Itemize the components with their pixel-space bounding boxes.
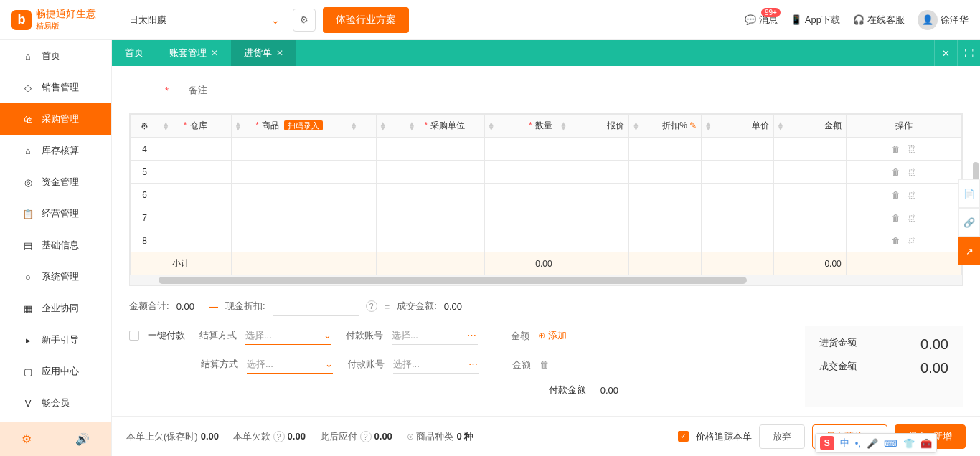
ime-toolbar[interactable]: S 中 •, 🎤 ⌨ 👕 🧰 (815, 433, 937, 453)
coop-icon: ▦ (22, 302, 34, 315)
col-gear[interactable]: ⚙ (131, 115, 159, 138)
table-row[interactable]: 6 🗑⿻ (131, 184, 962, 206)
delete-icon[interactable]: 🗑 (892, 213, 900, 223)
minus-icon: — (209, 301, 218, 312)
method-select-2[interactable]: 选择...⌄ (247, 355, 333, 374)
close-icon[interactable]: ✕ (276, 48, 283, 58)
cash-discount-input[interactable] (273, 296, 359, 316)
sidebar-item-stock[interactable]: ⌂库存核算 (0, 135, 111, 166)
sidebar-footer: ⚙ 🔊 (0, 422, 111, 456)
help-icon[interactable]: ? (273, 431, 285, 442)
method-select-1[interactable]: 选择...⌄ (245, 326, 331, 345)
col-amount[interactable]: ▲▼金额 (773, 115, 846, 138)
sidebar-item-buy[interactable]: 🛍采购管理 (0, 103, 111, 135)
col-warehouse[interactable]: ▲▼*仓库 (159, 115, 232, 138)
delete-icon[interactable]: 🗑 (892, 144, 900, 154)
scan-badge[interactable]: 扫码录入 (284, 120, 323, 130)
col-price[interactable]: ▲▼报价 (557, 115, 629, 138)
delete-icon[interactable]: 🗑 (892, 190, 900, 200)
ime-tool-icon[interactable]: 🧰 (920, 438, 932, 449)
add-payment-button[interactable]: ⊕ 添加 (538, 329, 567, 342)
col-unitprice[interactable]: ▲▼单价 (702, 115, 774, 138)
sidebar-item-coop[interactable]: ▦企业协同 (0, 293, 111, 324)
ime-mic-icon[interactable]: 🎤 (867, 438, 878, 449)
help-icon[interactable]: ? (366, 300, 377, 312)
tab-2[interactable]: 进货单✕ (231, 40, 296, 66)
settings-button[interactable]: ⚙ (293, 9, 316, 32)
float-draft-icon[interactable]: 📄 (958, 179, 980, 208)
sidebar-item-vip[interactable]: V畅会员 (0, 387, 111, 419)
account-select-1[interactable]: 选择...⋯ (392, 326, 478, 345)
copy-icon[interactable]: ⿻ (908, 167, 916, 177)
sidebar-item-sale[interactable]: ◇销售管理 (0, 72, 111, 103)
table-row[interactable]: 4 🗑⿻ (131, 138, 962, 161)
ime-skin-icon[interactable]: 👕 (903, 438, 915, 449)
delete-icon[interactable]: 🗑 (892, 167, 900, 177)
amount-input-2[interactable] (488, 359, 531, 370)
app-download-link[interactable]: 📱 App下载 (791, 14, 840, 27)
copy-icon[interactable]: ⿻ (908, 144, 916, 154)
sidebar-item-guide[interactable]: ▸新手引导 (0, 324, 111, 356)
float-attach-icon[interactable]: 🔗 (958, 208, 980, 237)
remark-input[interactable] (213, 80, 371, 100)
ime-lang[interactable]: 中 (840, 437, 849, 450)
copy-icon[interactable]: ⿻ (908, 213, 916, 223)
fullscreen-button[interactable]: ⛶ (957, 40, 980, 66)
logo: b 畅捷通好生意 精易版 (11, 8, 115, 32)
prev-debt: 本单上欠(保存时)0.00 (126, 430, 219, 443)
settings-icon[interactable]: ⚙ (22, 432, 32, 446)
content-area: * 备注 ⚙ ▲▼*仓库 (112, 66, 980, 416)
col-product[interactable]: ▲▼*商品 扫码录入 (232, 115, 347, 138)
edit-icon[interactable]: ✎ (689, 120, 697, 130)
sidebar-item-sys[interactable]: ○系统管理 (0, 261, 111, 293)
try-industry-button[interactable]: 体验行业方案 (323, 7, 409, 33)
horizontal-scrollbar[interactable] (130, 275, 962, 285)
ime-punct-icon[interactable]: •, (855, 438, 861, 449)
close-icon[interactable]: ✕ (211, 48, 218, 58)
account-select-2[interactable]: 选择...⋯ (393, 355, 479, 374)
volume-icon[interactable]: 🔊 (75, 432, 90, 446)
col-blank2[interactable]: ▲▼ (376, 115, 405, 138)
delete-payment-button[interactable]: 🗑 (540, 359, 549, 370)
col-unit[interactable]: ▲▼*采购单位 (405, 115, 484, 138)
sidebar-item-home[interactable]: ⌂首页 (0, 40, 111, 72)
track-checkbox[interactable]: ✓ (678, 431, 689, 442)
onekey-checkbox[interactable] (129, 331, 139, 341)
messages-link[interactable]: 💬 消息 99+ (745, 14, 778, 27)
delete-icon[interactable]: 🗑 (892, 236, 900, 246)
message-badge: 99+ (761, 8, 781, 17)
sidebar-item-base[interactable]: ▤基础信息 (0, 229, 111, 261)
headset-icon: 🎧 (853, 14, 864, 25)
sidebar-item-biz[interactable]: 📋经营管理 (0, 198, 111, 229)
col-qty[interactable]: ▲▼*数量 (484, 115, 557, 138)
table-row[interactable]: 8 🗑⿻ (131, 229, 962, 252)
customer-service-link[interactable]: 🎧 在线客服 (853, 14, 905, 27)
user-menu[interactable]: 👤 徐泽华 (918, 10, 969, 30)
chevron-down-icon: ⌄ (324, 330, 331, 341)
tab-0[interactable]: 首页 (112, 40, 156, 66)
total-amount: 0.00 (176, 301, 194, 312)
app-icon: ▢ (22, 365, 34, 378)
table-row[interactable]: 7 🗑⿻ (131, 206, 962, 229)
col-blank1[interactable]: ▲▼ (347, 115, 376, 138)
tab-1[interactable]: 账套管理✕ (156, 40, 231, 66)
help-icon[interactable]: ? (360, 431, 372, 442)
sidebar-item-app[interactable]: ▢应用中心 (0, 356, 111, 387)
sys-icon: ○ (22, 270, 34, 283)
ime-keyboard-icon[interactable]: ⌨ (884, 438, 897, 449)
copy-icon[interactable]: ⿻ (908, 190, 916, 200)
company-selector[interactable]: 日太阳膜 ⌄ (122, 9, 287, 32)
table-row[interactable]: 5 🗑⿻ (131, 161, 962, 184)
after-pay: 此后应付 ?0.00 (320, 430, 392, 443)
copy-icon[interactable]: ⿻ (908, 236, 916, 246)
scrollbar-thumb[interactable] (159, 277, 747, 284)
float-expand-icon[interactable]: ↗ (958, 237, 980, 265)
app-header: b 畅捷通好生意 精易版 日太阳膜 ⌄ ⚙ 体验行业方案 💬 消息 99+ 📱 … (0, 0, 980, 40)
discard-button[interactable]: 放弃 (759, 424, 805, 449)
stock-icon: ⌂ (22, 144, 34, 157)
sidebar-item-money[interactable]: ◎资金管理 (0, 166, 111, 198)
col-discount[interactable]: ▲▼折扣% ✎ (629, 115, 702, 138)
col-action: 操作 (846, 115, 961, 138)
close-tab-button[interactable]: ✕ (934, 40, 957, 66)
amount-input-1[interactable] (486, 331, 529, 341)
